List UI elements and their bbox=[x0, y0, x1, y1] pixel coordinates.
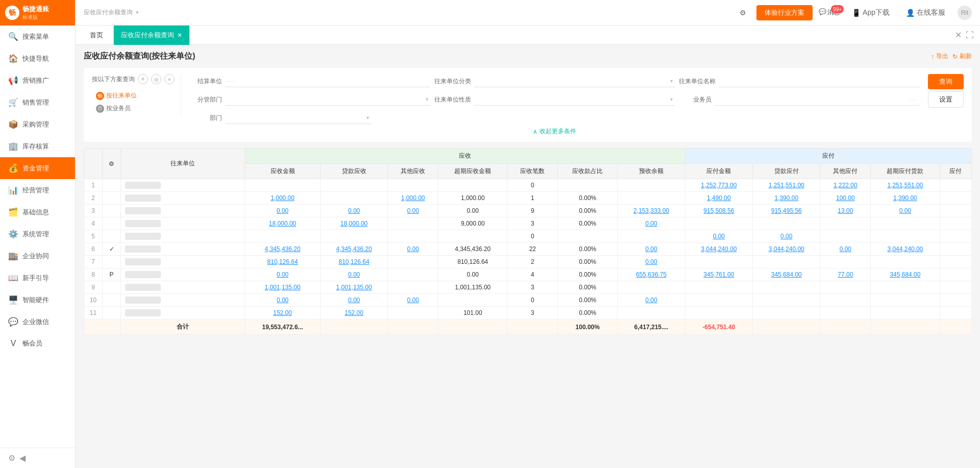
scheme-by-unit[interactable]: 畅 按往来单位 bbox=[92, 89, 175, 102]
filter-add-btn[interactable]: + bbox=[138, 74, 148, 84]
cell-val[interactable]: 1,390.00 bbox=[753, 192, 820, 205]
collapse-sidebar-icon[interactable]: ◀ bbox=[19, 453, 26, 463]
tab-arbalance[interactable]: 应收应付余额查询 ✕ bbox=[114, 26, 190, 45]
cell-val[interactable]: 345,684.00 bbox=[871, 268, 940, 281]
message-btn-wrap[interactable]: 💬 消息 99+ bbox=[819, 8, 840, 17]
cell-val[interactable]: 1,001,135.00 bbox=[320, 281, 387, 294]
scheme-by-salesperson[interactable]: ⏱ 按业务员 bbox=[92, 102, 175, 115]
filter-mode-btn[interactable]: ◎ bbox=[151, 74, 161, 84]
cell-val[interactable]: 345,761.00 bbox=[685, 268, 752, 281]
cell-val[interactable]: 810,126.64 bbox=[320, 256, 387, 268]
cell-val[interactable]: 18,000.00 bbox=[320, 217, 387, 230]
sidebar-item-inventory[interactable]: 🏢 库存核算 bbox=[0, 135, 75, 157]
cell-val[interactable]: 4,345,436.20 bbox=[245, 243, 321, 256]
cell-val[interactable]: 0.00 bbox=[618, 217, 685, 230]
cell-val[interactable]: 152.00 bbox=[320, 307, 387, 319]
cell-val[interactable]: 1,490.00 bbox=[685, 192, 752, 205]
cell-val[interactable]: 345,684.00 bbox=[753, 268, 820, 281]
th-settings[interactable]: ⚙ bbox=[103, 149, 121, 179]
sidebar-item-operations[interactable]: 📊 经营管理 bbox=[0, 179, 75, 201]
cell-val[interactable]: 0.00 bbox=[618, 256, 685, 268]
cell-val[interactable]: 1,251,551.00 bbox=[871, 179, 940, 192]
purchase-icon: 📦 bbox=[8, 119, 18, 129]
sidebar-item-marketing[interactable]: 📢 营销推广 bbox=[0, 69, 75, 91]
settings-bottom-icon[interactable]: ⚙ bbox=[8, 453, 15, 463]
sidebar-item-finance[interactable]: 💰 资金管理 bbox=[0, 157, 75, 179]
cell-val[interactable]: 0.00 bbox=[388, 205, 438, 217]
cell-val[interactable]: 2,153,333.00 bbox=[618, 205, 685, 217]
app-download-btn[interactable]: 📱 App下载 bbox=[848, 6, 894, 19]
plan-btn[interactable]: 体验行业方案 bbox=[756, 5, 813, 20]
cell-val bbox=[753, 256, 820, 268]
tab-close-window-icon[interactable]: ✕ bbox=[955, 30, 962, 40]
cell-val[interactable]: 0.00 bbox=[871, 205, 940, 217]
cell-val[interactable]: 3,044,240.00 bbox=[871, 243, 940, 256]
cell-val[interactable]: 18,000.00 bbox=[245, 217, 321, 230]
cell-val[interactable]: 0.00 bbox=[388, 294, 438, 307]
sidebar-item-basic[interactable]: 🗂️ 基础信息 bbox=[0, 201, 75, 223]
cell-val[interactable]: 100.00 bbox=[820, 192, 871, 205]
footer-ar-advance[interactable]: 6,417,215.... bbox=[618, 319, 685, 335]
jiesuan-input[interactable]: ··· bbox=[225, 75, 430, 87]
cell-val[interactable]: 0.00 bbox=[820, 243, 871, 256]
sidebar-item-wechat[interactable]: 💬 企业微信 bbox=[0, 311, 75, 333]
cell-val[interactable]: 0.00 bbox=[245, 294, 321, 307]
query-btn[interactable]: 查询 bbox=[928, 74, 964, 89]
sidebar-item-purchase[interactable]: 📦 采购管理 bbox=[0, 113, 75, 135]
setting-btn[interactable]: 设置 bbox=[928, 91, 964, 108]
sidebar-item-sales[interactable]: 🛒 销售管理 bbox=[0, 91, 75, 113]
cell-val[interactable]: 1,001,135.00 bbox=[245, 281, 321, 294]
sidebar-item-search[interactable]: 🔍 搜索菜单 bbox=[0, 26, 75, 47]
cell-val[interactable]: 0.00 bbox=[618, 243, 685, 256]
sidebar-item-quicknav[interactable]: 🏠 快捷导航 bbox=[0, 47, 75, 69]
footer-ar-amount[interactable]: 19,553,472.6... bbox=[245, 319, 321, 335]
cell-val[interactable]: 1,390.00 bbox=[871, 192, 940, 205]
tab-home[interactable]: 首页 bbox=[80, 26, 114, 45]
cell-val[interactable]: 915,495.56 bbox=[753, 205, 820, 217]
cell-val[interactable]: 4,345,436.20 bbox=[320, 243, 387, 256]
cell-val[interactable]: 810,126.64 bbox=[245, 256, 321, 268]
dept-input[interactable]: ▾ bbox=[225, 112, 371, 124]
cell-val[interactable]: 0.00 bbox=[320, 205, 387, 217]
table-settings-icon[interactable]: ⚙ bbox=[109, 160, 114, 167]
cell-val[interactable]: 0.00 bbox=[618, 294, 685, 307]
cell-val[interactable]: 3,044,240.00 bbox=[753, 243, 820, 256]
cell-val[interactable]: 1,252,773.00 bbox=[685, 179, 752, 192]
fen-dept-input[interactable]: ▾ bbox=[225, 93, 430, 106]
user-avatar[interactable]: Rit bbox=[958, 6, 972, 20]
unit-name-input[interactable] bbox=[719, 75, 920, 87]
cell-val[interactable]: 655,636.75 bbox=[618, 268, 685, 281]
cell-val[interactable]: 0.00 bbox=[753, 230, 820, 243]
sidebar-item-system[interactable]: ⚙️ 系统管理 bbox=[0, 223, 75, 245]
header-settings-btn[interactable]: ⚙ bbox=[736, 7, 750, 19]
cell-val[interactable]: 0.00 bbox=[245, 268, 321, 281]
filter-collapse-btn[interactable]: « bbox=[164, 74, 175, 84]
cell-val[interactable]: 0.00 bbox=[685, 230, 752, 243]
unit-category-input[interactable]: ▾ bbox=[474, 75, 675, 87]
service-btn[interactable]: 👤 在线客服 bbox=[902, 6, 949, 19]
tab-close-icon[interactable]: ✕ bbox=[177, 32, 182, 39]
salesperson-input[interactable]: ··· bbox=[715, 93, 920, 106]
cell-val[interactable]: 0.00 bbox=[320, 268, 387, 281]
sidebar-item-vip[interactable]: V 畅会员 bbox=[0, 333, 75, 354]
cell-val[interactable]: 77.00 bbox=[820, 268, 871, 281]
tab-expand-icon[interactable]: ⛶ bbox=[966, 31, 974, 40]
cell-val[interactable]: 1,000.00 bbox=[388, 192, 438, 205]
cell-val[interactable]: 0.00 bbox=[245, 205, 321, 217]
cell-val[interactable]: 1,000.00 bbox=[245, 192, 321, 205]
cell-val[interactable]: 152.00 bbox=[245, 307, 321, 319]
sidebar-item-guide[interactable]: 📖 新手引导 bbox=[0, 267, 75, 289]
cell-val[interactable]: 0.00 bbox=[388, 243, 438, 256]
export-btn[interactable]: ↑ 导出 bbox=[931, 52, 948, 61]
cell-val[interactable]: 915,508.56 bbox=[685, 205, 752, 217]
cell-val[interactable]: 13.00 bbox=[820, 205, 871, 217]
sidebar-item-hardware[interactable]: 🖥️ 智能硬件 bbox=[0, 289, 75, 311]
refresh-btn[interactable]: ↻ 刷新 bbox=[952, 52, 972, 61]
unit-nature-input[interactable]: ▾ bbox=[474, 93, 675, 106]
cell-val[interactable]: 1,222.00 bbox=[820, 179, 871, 192]
cell-val[interactable]: 3,044,240.00 bbox=[685, 243, 752, 256]
cell-val[interactable]: 1,251,551.00 bbox=[753, 179, 820, 192]
collapse-more-btn[interactable]: ∧ 收起更多条件 bbox=[189, 127, 920, 136]
cell-val[interactable]: 0.00 bbox=[320, 294, 387, 307]
sidebar-item-corp[interactable]: 🏬 企业协同 bbox=[0, 245, 75, 267]
